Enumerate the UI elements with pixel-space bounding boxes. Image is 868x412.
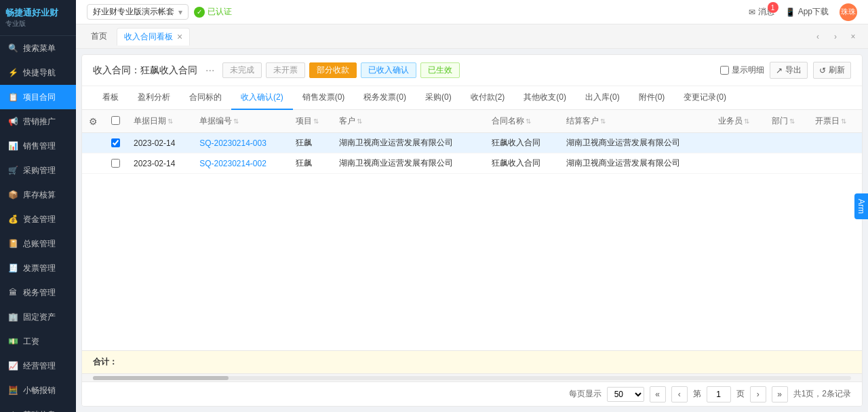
gear-icon[interactable]: ⚙ — [89, 116, 98, 127]
status-tag-1[interactable]: 未开票 — [266, 62, 305, 78]
sidebar-item-8[interactable]: 📔总账管理 — [0, 231, 76, 256]
scroll-indicator[interactable] — [82, 373, 862, 381]
page-first-btn[interactable]: « — [650, 386, 666, 402]
show-detail-toggle[interactable]: 显示明细 — [720, 64, 764, 76]
sub-tab-1[interactable]: 盈利分析 — [128, 86, 180, 110]
sidebar-item-4[interactable]: 📊销售管理 — [0, 134, 76, 158]
sidebar-item-7[interactable]: 💰资金管理 — [0, 207, 76, 231]
tab-close-icon[interactable]: × — [177, 31, 182, 42]
sort-icon-customer: ⇅ — [357, 117, 362, 125]
user-action[interactable]: 珠珠 — [840, 3, 857, 21]
app-download-label: App下载 — [798, 6, 829, 18]
company-select[interactable]: 好业财专业版演示帐套 ▾ — [87, 4, 189, 20]
contract-header: 收入合同：狂飙收入合同 ··· 未完成未开票部分收款已收入确认已生效 显示明细 … — [82, 55, 862, 86]
more-button[interactable]: ··· — [205, 64, 214, 77]
tab-home[interactable]: 首页 — [84, 28, 114, 45]
tab-nav-next[interactable]: › — [829, 30, 842, 43]
col-header-project: 项目⇅ — [289, 110, 332, 133]
company-name: 好业财专业版演示帐套 — [93, 6, 174, 18]
sidebar-item-12[interactable]: 💵工资 — [0, 329, 76, 354]
table-container: ⚙ 单据日期⇅ 单据编号⇅ 项目⇅ 客户⇅ 合同名称⇅ 结算客户⇅ 业务员⇅ 部… — [82, 110, 862, 350]
refresh-button[interactable]: ↺ 刷新 — [813, 62, 851, 79]
row-checkbox-1[interactable] — [111, 159, 120, 168]
page-next-btn[interactable]: › — [750, 386, 766, 402]
show-detail-checkbox[interactable] — [720, 66, 729, 75]
sidebar-label-2: 项目合同 — [23, 92, 56, 103]
tab-contract-board[interactable]: 收入合同看板 × — [117, 28, 190, 45]
tab-nav-prev[interactable]: ‹ — [811, 30, 825, 43]
sub-tab-8[interactable]: 其他收支(0) — [514, 86, 576, 110]
row-checkbox-0[interactable] — [111, 138, 120, 147]
header-right-actions: 显示明细 ↗ 导出 ↺ 刷新 — [720, 62, 851, 79]
sub-tab-2[interactable]: 合同标的 — [180, 86, 231, 110]
table-row[interactable]: 2023-02-14 SQ-20230214-002 狂飙 湖南卫视商业运营发展… — [82, 153, 862, 174]
sort-icon-settlement: ⇅ — [600, 117, 606, 125]
app-logo: 畅捷通好业财 专业版 — [0, 0, 76, 36]
chevron-down-icon: ▾ — [178, 7, 182, 17]
col-header-salesperson: 业务员⇅ — [711, 110, 765, 133]
sub-tab-11[interactable]: 变更记录(0) — [674, 86, 736, 110]
sidebar-item-1[interactable]: ⚡快捷导航 — [0, 60, 76, 85]
row-number-link-0[interactable]: SQ-20230214-003 — [199, 138, 267, 148]
sidebar-icon-1: ⚡ — [7, 67, 19, 79]
col-header-opendate: 开票日⇅ — [808, 110, 862, 133]
sidebar-item-6[interactable]: 📦库存核算 — [0, 183, 76, 207]
sub-tab-10[interactable]: 附件(0) — [629, 86, 675, 110]
row-contract-0: 狂飙收入合同 — [485, 133, 559, 153]
sidebar-item-5[interactable]: 🛒采购管理 — [0, 158, 76, 183]
sidebar-item-2[interactable]: 📋项目合同 — [0, 85, 76, 109]
row-opendate-1 — [808, 153, 862, 174]
sidebar: 畅捷通好业财 专业版 🔍搜索菜单⚡快捷导航📋项目合同📢营销推广📊销售管理🛒采购管… — [0, 0, 76, 412]
table-row[interactable]: 2023-02-14 SQ-20230214-003 狂飙 湖南卫视商业运营发展… — [82, 133, 862, 153]
status-tag-3[interactable]: 已收入确认 — [361, 62, 416, 78]
scroll-track[interactable] — [93, 376, 851, 380]
row-number-1: SQ-20230214-002 — [193, 153, 289, 174]
sidebar-item-13[interactable]: 📈经营管理 — [0, 354, 76, 378]
tab-close-all[interactable]: × — [846, 30, 860, 43]
sidebar-item-9[interactable]: 🧾发票管理 — [0, 256, 76, 280]
sidebar-item-11[interactable]: 🏢固定资产 — [0, 305, 76, 329]
export-button[interactable]: ↗ 导出 — [770, 62, 808, 79]
select-all-checkbox[interactable] — [111, 116, 120, 125]
sidebar-icon-10: 🏛 — [7, 286, 19, 299]
app-download-action[interactable]: 📱 App下载 — [785, 6, 829, 18]
sidebar-item-10[interactable]: 🏛税务管理 — [0, 280, 76, 305]
message-badge: 1 — [768, 2, 778, 13]
sidebar-item-0[interactable]: 🔍搜索菜单 — [0, 36, 76, 60]
page-number-input[interactable] — [707, 386, 731, 402]
sidebar-label-12: 工资 — [23, 336, 39, 348]
row-number-link-1[interactable]: SQ-20230214-002 — [199, 159, 267, 168]
scroll-thumb[interactable] — [93, 376, 229, 380]
row-project-1: 狂飙 — [289, 153, 332, 174]
sub-tab-4[interactable]: 销售发票(0) — [293, 86, 355, 110]
sub-tab-5[interactable]: 税务发票(0) — [354, 86, 416, 110]
page-total-info: 共1页，2条记录 — [793, 388, 851, 400]
sidebar-item-15[interactable]: ⚙基础信息 — [0, 402, 76, 412]
page-size-select[interactable]: 50 100 200 — [607, 387, 644, 402]
sidebar-icon-12: 💵 — [7, 335, 19, 348]
col-checkbox-header — [104, 110, 127, 133]
sub-tab-9[interactable]: 出入库(0) — [576, 86, 629, 110]
sidebar-icon-6: 📦 — [7, 189, 19, 201]
sub-tab-3[interactable]: 收入确认(2) — [231, 86, 293, 110]
status-tag-0[interactable]: 未完成 — [222, 62, 262, 78]
floating-action-button[interactable]: Arm — [854, 193, 868, 219]
sidebar-item-3[interactable]: 📢营销推广 — [0, 109, 76, 134]
page-prev-btn[interactable]: ‹ — [671, 386, 688, 402]
page-last-btn[interactable]: » — [772, 386, 788, 402]
sub-tab-0[interactable]: 看板 — [93, 86, 128, 110]
row-settings-0 — [82, 133, 104, 153]
refresh-icon: ↺ — [819, 66, 826, 75]
message-action[interactable]: ✉ 1 消息 — [749, 6, 774, 18]
status-tag-2[interactable]: 部分收款 — [309, 62, 357, 78]
sidebar-icon-2: 📋 — [7, 91, 19, 103]
sub-tab-7[interactable]: 收付款(2) — [461, 86, 515, 110]
sidebar-item-14[interactable]: 🧮小畅报销 — [0, 378, 76, 402]
sub-tab-6[interactable]: 采购(0) — [416, 86, 461, 110]
export-icon: ↗ — [776, 66, 783, 75]
col-header-department: 部门⇅ — [765, 110, 808, 133]
col-header-settlement: 结算客户⇅ — [559, 110, 711, 133]
status-tag-4[interactable]: 已生效 — [420, 62, 460, 78]
page-label: 第 — [693, 388, 701, 400]
top-header: 好业财专业版演示帐套 ▾ 已认证 ✉ 1 消息 📱 App下载 珠珠 — [76, 0, 868, 24]
